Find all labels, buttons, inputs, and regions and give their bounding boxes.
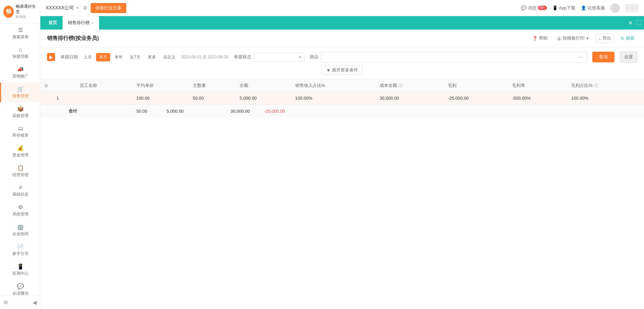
app-label: App下载 xyxy=(559,5,575,11)
th-amount: 全额 xyxy=(235,79,291,92)
tabbar-expand-icon[interactable]: ⛶ xyxy=(636,20,641,26)
date-tab-this-month[interactable]: 本月 xyxy=(96,53,110,61)
sidebar-item-apps[interactable]: 📱 应用中心 xyxy=(0,260,40,280)
sidebar-item-enterprise[interactable]: 🏢 企业协同 xyxy=(0,220,40,240)
sidebar-item-purchase[interactable]: 📦 采购管理 xyxy=(0,102,40,122)
app-download-item[interactable]: 📱 App下载 xyxy=(552,5,575,11)
print-chevron-icon: ▼ xyxy=(586,37,589,40)
column-settings-icon[interactable]: ⚙ xyxy=(44,83,48,88)
sidebar-label-shortcut: 快捷导航 xyxy=(12,54,29,59)
company-selector[interactable]: XXXXXX公司 ▼ xyxy=(46,5,79,11)
table-footer: 合计 50.00 5,000.00 30,000.00 -25,000.00 xyxy=(40,104,644,117)
marketing-icon: 📣 xyxy=(17,66,24,72)
industry-button[interactable]: 体验行业方案 xyxy=(91,3,126,13)
refresh-label: 刷新 xyxy=(626,35,635,41)
print-button[interactable]: 🖨 按模板打印 ▼ xyxy=(554,34,592,43)
wechat-icon: 💬 xyxy=(17,283,24,290)
sidebar-item-wechat[interactable]: 💬 企业微信 xyxy=(0,280,40,296)
sidebar-label-wechat: 企业微信 xyxy=(12,291,29,296)
sidebar-nav: ☰ 搜索菜单 ⌂ 快捷导航 📣 营销推广 🛒 销售管理 📦 采购管理 🗂 库存核… xyxy=(0,23,40,296)
sidebar-label-basic: 基础信息 xyxy=(12,192,29,197)
topbar-settings-icon[interactable]: ⚙ xyxy=(83,5,87,11)
apps-icon: 📱 xyxy=(17,263,24,270)
logo-sub: 标准版 xyxy=(16,14,37,19)
home-icon: ⌂ xyxy=(19,47,22,53)
enterprise-icon: 🏢 xyxy=(17,224,24,230)
sidebar-label-operations: 经营管理 xyxy=(12,172,29,178)
basic-icon: ≡ xyxy=(19,185,22,191)
support-item[interactable]: 👤 在线客服 xyxy=(581,5,605,11)
th-gross-ratio: 毛利占比% ⓘ xyxy=(567,79,644,92)
refresh-icon: ↻ xyxy=(621,36,625,41)
sidebar-item-shortcut[interactable]: ⌂ 快捷导航 xyxy=(0,43,40,63)
sidebar-item-system[interactable]: ⚙ 系统管理 xyxy=(0,201,40,220)
date-tab-7days[interactable]: 近7天 xyxy=(127,53,143,61)
sidebar-item-marketing[interactable]: 📣 营销推广 xyxy=(0,63,40,83)
sidebar-logo: 畅 畅康通好生意 标准版 xyxy=(0,0,40,23)
sidebar-label-inventory: 库存核算 xyxy=(12,133,29,138)
table-body: 1 100.00 50.00 5,000.00 xyxy=(40,92,644,104)
sidebar-item-basic[interactable]: ≡ 基础信息 xyxy=(0,181,40,201)
sidebar-item-finance[interactable]: 💰 资金管理 xyxy=(0,142,40,161)
tab-close-icon[interactable]: × xyxy=(92,21,94,25)
date-filter-label: 单据日期 xyxy=(60,54,78,60)
date-range-display: 2023-06-01 至 2023-06-30 xyxy=(181,54,228,60)
sidebar-settings-icon[interactable]: ⚙ xyxy=(3,299,8,306)
query-button[interactable]: 查询 xyxy=(592,52,614,62)
system-icon: ⚙ xyxy=(18,204,23,210)
table-row: 1 100.00 50.00 5,000.00 xyxy=(40,92,644,104)
status-select-wrapper xyxy=(254,53,304,62)
date-tab-custom[interactable]: 自定义 xyxy=(160,53,178,61)
goods-more-icon[interactable]: ··· xyxy=(578,54,583,61)
tab-home[interactable]: 首页 xyxy=(43,16,62,30)
th-rank xyxy=(52,79,76,92)
filter-toggle-icon[interactable]: ▶ xyxy=(47,53,55,61)
company-chevron-icon: ▼ xyxy=(76,6,79,10)
filter-expand-row: ▼ 展开更多条件 xyxy=(47,65,637,75)
row-sales-ratio: 100.00% xyxy=(291,92,376,104)
goods-filter-label: 商品 xyxy=(310,54,318,60)
sidebar-label-sales: 销售管理 xyxy=(12,93,29,99)
page-actions: ❓ 帮助 🖨 按模板打印 ▼ ↓ 导出 ↻ 刷新 xyxy=(529,34,637,43)
goods-filter-group: 商品 ··· xyxy=(310,52,587,63)
table-settings-button[interactable]: 设置 xyxy=(620,51,637,63)
gross-ratio-info-icon[interactable]: ⓘ xyxy=(594,83,598,88)
status-filter-label: 单据状态 xyxy=(234,54,251,60)
export-label: 导出 xyxy=(602,35,611,41)
finance-icon: 💰 xyxy=(17,145,24,151)
tabbar-close-icon[interactable]: ✕ xyxy=(628,20,633,26)
cost-info-icon[interactable]: ⓘ xyxy=(398,83,402,88)
company-name: XXXXXX公司 xyxy=(46,5,74,11)
date-tab-last-month[interactable]: 上月 xyxy=(81,53,95,61)
status-select[interactable] xyxy=(254,53,304,62)
print-icon: 🖨 xyxy=(557,36,561,41)
sidebar-label-guide: 新手引导 xyxy=(12,251,29,257)
row-name xyxy=(76,92,132,104)
filter-row: ▶ 单据日期 上月 本月 本年 近7天 更多 自定义 2023-06-01 至 … xyxy=(47,51,637,63)
date-tab-more[interactable]: 更多 xyxy=(145,53,159,61)
tab-sales-ranking[interactable]: 销售排行榜 × xyxy=(62,16,99,30)
refresh-button[interactable]: ↻ 刷新 xyxy=(618,34,637,43)
goods-input[interactable]: ··· xyxy=(321,52,587,63)
sidebar-item-inventory[interactable]: 🗂 库存核算 xyxy=(0,122,40,142)
th-avg-price: 平均单价 xyxy=(132,79,189,92)
sidebar-collapse-icon[interactable]: ◀ xyxy=(33,299,37,306)
help-button[interactable]: ❓ 帮助 xyxy=(529,34,550,43)
message-item[interactable]: 💬 消息 99+ xyxy=(521,5,547,11)
sidebar-item-search[interactable]: ☰ 搜索菜单 xyxy=(0,23,40,43)
th-name: 员工名称 xyxy=(76,79,132,92)
support-icon: 👤 xyxy=(581,5,586,10)
sidebar-label-enterprise: 企业协同 xyxy=(12,231,29,237)
user-avatar[interactable] xyxy=(610,3,620,13)
sidebar-item-operations[interactable]: 📋 经营管理 xyxy=(0,161,40,181)
main-area: XXXXXX公司 ▼ ⚙ 体验行业方案 💬 消息 99+ 📱 App下载 👤 在… xyxy=(40,0,644,309)
sidebar-item-sales[interactable]: 🛒 销售管理 xyxy=(0,83,40,102)
sidebar-item-guide[interactable]: 📄 新手引导 xyxy=(0,240,40,260)
sidebar: 畅 畅康通好生意 标准版 ☰ 搜索菜单 ⌂ 快捷导航 📣 营销推广 🛒 销售管理… xyxy=(0,0,40,309)
row-amount: 5,000.00 xyxy=(235,92,291,104)
expand-conditions-button[interactable]: ▼ 展开更多条件 xyxy=(322,65,362,75)
footer-qty: 50.00 xyxy=(132,109,163,114)
search-menu-icon: ☰ xyxy=(18,27,23,33)
export-button[interactable]: ↓ 导出 xyxy=(596,34,614,43)
date-tab-this-year[interactable]: 本年 xyxy=(112,53,126,61)
